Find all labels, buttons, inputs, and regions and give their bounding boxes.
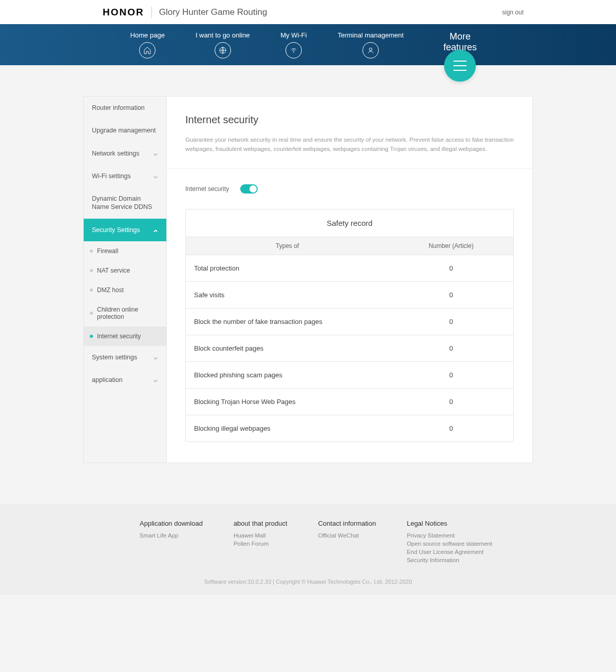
sidebar-item-label: Network settings (92, 149, 139, 158)
navbar: Home page I want to go online My Wi-Fi T… (0, 24, 616, 65)
toggle-row: Internet security (167, 169, 532, 209)
chevron-down-icon (153, 174, 158, 179)
record-table: Types of Number (Article) Total protecti… (186, 237, 513, 441)
sidebar-item[interactable]: Upgrade management (84, 119, 166, 142)
chevron-down-icon (153, 377, 158, 382)
chevron-down-icon (153, 151, 158, 156)
toggle-label: Internet security (185, 185, 229, 193)
cell-number: 0 (389, 335, 513, 361)
page-desc: Guarantee your network security in real … (185, 135, 514, 154)
sidebar-item-label: Router information (92, 104, 145, 112)
divider (151, 7, 152, 18)
footer-link[interactable]: Open source software statement (407, 541, 492, 547)
sidebar-sub-item[interactable]: NAT service (84, 261, 166, 280)
sidebar-item[interactable]: Security Settings (84, 219, 166, 241)
nav-label: Terminal management (338, 31, 404, 39)
sidebar-sub-item[interactable]: Internet security (84, 327, 166, 346)
cell-type: Blocking illegal webpages (186, 415, 389, 441)
cell-type: Blocking Trojan Horse Web Pages (186, 388, 389, 415)
col-number: Number (Article) (389, 237, 513, 255)
page-title: Internet security (185, 114, 514, 126)
cell-number: 0 (389, 308, 513, 335)
sidebar-item[interactable]: Dynamic Domain Name Service DDNS (84, 187, 166, 219)
globe-icon (215, 42, 231, 59)
topbar: HONOR Glory Hunter Game Routing sign out (0, 0, 616, 24)
internet-security-toggle[interactable] (240, 184, 258, 194)
footer-bottom: Software version:10.0.2.33 | Copyright ©… (0, 579, 616, 585)
sidebar-sub-item[interactable]: DMZ host (84, 280, 166, 300)
sidebar-sub-item[interactable]: Children online protection (84, 300, 166, 327)
footer-col-title: about that product (234, 520, 287, 527)
sidebar-sub-item[interactable]: Firewall (84, 241, 166, 261)
signout-link[interactable]: sign out (502, 9, 524, 16)
sidebar-item-label: Wi-Fi settings (92, 172, 131, 180)
table-row: Blocked phishing scam pages0 (186, 361, 513, 388)
footer-link[interactable]: Privacy Statement (407, 532, 492, 539)
hamburger-icon (453, 61, 467, 71)
nav-wifi[interactable]: My Wi-Fi (280, 31, 306, 59)
page: Router informationUpgrade managementNetw… (83, 96, 533, 463)
footer-col: Application downloadSmart Life App (140, 520, 203, 565)
cell-type: Block counterfeit pages (186, 335, 389, 361)
footer-col-title: Application download (140, 520, 203, 527)
cell-type: Blocked phishing scam pages (186, 361, 389, 388)
footer-link[interactable]: Official WeChat (318, 532, 376, 539)
nav-label: I want to go online (196, 31, 250, 39)
sidebar-item[interactable]: System settings (84, 346, 166, 369)
svg-point-1 (293, 52, 294, 52)
table-row: Safe visits0 (186, 281, 513, 308)
sidebar-item-label: System settings (92, 353, 137, 361)
footer-link[interactable]: Huawei Mall (234, 532, 287, 539)
nav-label: Home page (130, 31, 165, 39)
nav-online[interactable]: I want to go online (196, 31, 250, 59)
nav-home[interactable]: Home page (130, 31, 165, 59)
cell-number: 0 (389, 361, 513, 388)
footer-link[interactable]: Security Information (407, 557, 492, 563)
nav-label: My Wi-Fi (280, 31, 306, 39)
content-header: Internet security Guarantee your network… (167, 97, 532, 169)
sidebar-item-label: Security Settings (92, 226, 140, 234)
content: Internet security Guarantee your network… (166, 96, 533, 463)
footer-link[interactable]: Pollen Forum (234, 541, 287, 547)
footer-col-title: Contact information (318, 520, 376, 527)
sidebar-item[interactable]: application (84, 369, 166, 391)
cell-type: Safe visits (186, 281, 389, 308)
nav-terminal[interactable]: Terminal management (338, 31, 404, 59)
footer-col: Legal NoticesPrivacy StatementOpen sourc… (407, 520, 492, 565)
footer: Application downloadSmart Life Appabout … (0, 504, 616, 595)
table-row: Blocking Trojan Horse Web Pages0 (186, 388, 513, 415)
wifi-icon (285, 42, 302, 59)
footer-col: about that productHuawei MallPollen Foru… (234, 520, 287, 565)
sidebar-item-label: application (92, 376, 123, 384)
cell-number: 0 (389, 388, 513, 415)
sidebar-item[interactable]: Wi-Fi settings (84, 165, 166, 187)
chevron-down-icon (153, 355, 158, 360)
footer-col: Contact informationOfficial WeChat (318, 520, 376, 565)
sidebar-item[interactable]: Network settings (84, 142, 166, 165)
cell-number: 0 (389, 255, 513, 281)
sidebar-item[interactable]: Router information (84, 97, 166, 119)
logo: HONOR (103, 7, 144, 18)
cell-number: 0 (389, 415, 513, 441)
record-title: Safety record (186, 209, 513, 237)
cell-number: 0 (389, 281, 513, 308)
nav-more: More features (434, 31, 486, 53)
sidebar-item-label: Dynamic Domain Name Service DDNS (92, 195, 158, 212)
product-title: Glory Hunter Game Routing (159, 7, 267, 17)
table-row: Total protection0 (186, 255, 513, 281)
footer-link[interactable]: Smart Life App (140, 532, 203, 539)
table-row: Block the number of fake transaction pag… (186, 308, 513, 335)
home-icon (139, 42, 156, 59)
footer-col-title: Legal Notices (407, 520, 492, 527)
cell-type: Total protection (186, 255, 389, 281)
svg-point-2 (369, 48, 372, 50)
table-row: Block counterfeit pages0 (186, 335, 513, 361)
col-type: Types of (186, 237, 389, 255)
cell-type: Block the number of fake transaction pag… (186, 308, 389, 335)
user-icon (362, 42, 379, 59)
more-button[interactable] (444, 50, 476, 82)
footer-link[interactable]: End User License Agreement (407, 549, 492, 555)
table-row: Blocking illegal webpages0 (186, 415, 513, 441)
chevron-up-icon (153, 227, 158, 233)
safety-record-card: Safety record Types of Number (Article) … (185, 209, 514, 442)
